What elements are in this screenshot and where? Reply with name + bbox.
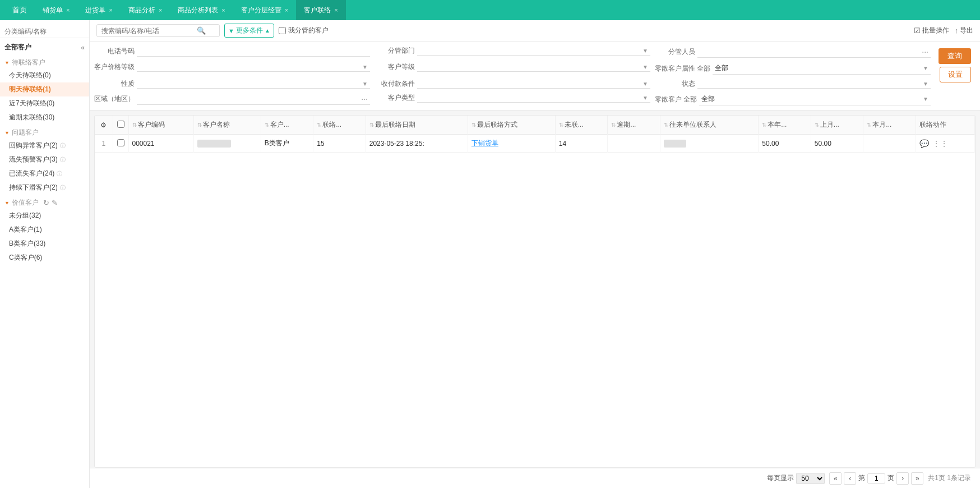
th-contact-person[interactable]: ⇅往来单位联系人: [660, 116, 759, 135]
filter-customer-level-select[interactable]: ▼: [417, 63, 650, 72]
th-this-month[interactable]: ⇅本月...: [863, 116, 916, 135]
search-icon[interactable]: 🔍: [197, 26, 206, 35]
sidebar-item-class-b[interactable]: B类客户(33): [0, 237, 89, 251]
close-product-analysis-icon[interactable]: ×: [159, 7, 162, 13]
triangle-icon: ▼: [4, 60, 10, 66]
all-customers-header[interactable]: 全部客户 «: [0, 40, 89, 54]
th-this-year[interactable]: ⇅本年...: [759, 116, 811, 135]
name-blur: [197, 140, 231, 148]
table-row: 1 000021 B类客户 15 2023-05-23 18:25: 下销货单 …: [95, 135, 975, 153]
sidebar-item-today-pending[interactable]: 今天待联络(0): [0, 68, 89, 82]
filter-payment-terms-select[interactable]: ▼: [417, 80, 650, 89]
nav-purchase[interactable]: 进货单 ×: [77, 0, 120, 20]
triangle-icon2: ▼: [4, 130, 10, 136]
th-type[interactable]: ⇅客户...: [261, 116, 313, 135]
filter-phone-input[interactable]: [137, 46, 370, 57]
row-checkbox-cell[interactable]: [113, 135, 128, 153]
th-last-month[interactable]: ⇅上月...: [811, 116, 863, 135]
th-last-contact-method[interactable]: ⇅最后联络方式: [468, 116, 555, 135]
th-gear[interactable]: ⚙: [95, 116, 113, 135]
th-checkbox[interactable]: [113, 116, 128, 135]
nav-product-analysis[interactable]: 商品分析 ×: [121, 0, 170, 20]
query-btn[interactable]: 查询: [939, 48, 971, 64]
sidebar-item-churned[interactable]: 已流失客户(24) ⓘ: [0, 167, 89, 181]
action-more-icon[interactable]: ⋮⋮: [932, 139, 948, 148]
page-input[interactable]: [867, 473, 885, 484]
action-comment-icon[interactable]: 💬: [919, 139, 929, 148]
filter-person-select[interactable]: ···: [697, 46, 931, 58]
filter-retail-customer-select[interactable]: 全部 ▼: [699, 93, 931, 105]
sidebar-item-churn-warning[interactable]: 流失预警客户(3) ⓘ: [0, 153, 89, 167]
my-customers-wrap[interactable]: 我分管的客户: [279, 26, 329, 35]
settings-btn[interactable]: 设置: [940, 67, 971, 82]
filter-dept-select[interactable]: ▼: [417, 47, 650, 56]
nav-customer-contact[interactable]: 客户联络 ×: [296, 0, 345, 20]
more-conditions-btn[interactable]: ▼ 更多条件 ▲: [224, 24, 274, 38]
row-uncontacted: 14: [555, 135, 608, 153]
nav-customer-tier[interactable]: 客户分层经营 ×: [233, 0, 296, 20]
export-btn[interactable]: ↑ 导出: [955, 26, 974, 35]
sidebar-item-tomorrow-pending[interactable]: 明天待联络(1): [0, 82, 89, 96]
th-code[interactable]: ⇅客户编码: [128, 116, 193, 135]
row-last-contact-method[interactable]: 下销货单: [468, 135, 555, 153]
filter-nature-label: 性质: [94, 79, 135, 89]
th-uncontacted[interactable]: ⇅未联...: [555, 116, 608, 135]
close-purchase-icon[interactable]: ×: [109, 7, 112, 13]
sidebar-item-declining[interactable]: 持续下滑客户(2) ⓘ: [0, 181, 89, 195]
batch-op-btn[interactable]: ☑ 批量操作: [914, 26, 949, 35]
row-name: [193, 135, 261, 153]
sidebar-item-class-a[interactable]: A类客户(1): [0, 223, 89, 237]
page-label: 第: [858, 473, 865, 483]
row-checkbox[interactable]: [117, 139, 124, 146]
filter-price-level-select[interactable]: ▼: [137, 63, 370, 72]
sidebar-search-input[interactable]: [4, 27, 89, 35]
next-page-btn[interactable]: ›: [896, 472, 909, 485]
pagination-btns: « ‹ 第 页 › »: [829, 472, 923, 485]
close-customer-contact-icon[interactable]: ×: [334, 7, 338, 13]
sidebar-item-ungrouped[interactable]: 未分组(32): [0, 209, 89, 223]
collapse-icon[interactable]: «: [81, 44, 85, 52]
first-page-btn[interactable]: «: [829, 472, 842, 485]
row-code: 000021: [128, 135, 193, 153]
sidebar-item-7days-pending[interactable]: 近7天待联络(0): [0, 96, 89, 111]
close-product-analysis-list-icon[interactable]: ×: [221, 7, 225, 13]
chevron-down-icon9: ▼: [923, 96, 928, 102]
close-sales-icon[interactable]: ×: [66, 7, 70, 13]
th-name[interactable]: ⇅客户名称: [193, 116, 261, 135]
sidebar-item-repurchase-abnormal[interactable]: 回购异常客户(2) ⓘ: [0, 139, 89, 153]
th-overdue[interactable]: ⇅逾期...: [608, 116, 660, 135]
refresh-icon[interactable]: ↻: [43, 199, 49, 207]
per-page-dropdown[interactable]: 10 20 50 100: [796, 473, 825, 484]
th-contact-count[interactable]: ⇅联络...: [313, 116, 366, 135]
info-icon2: ⓘ: [60, 156, 66, 164]
row-overdue: [608, 135, 660, 153]
filter-customer-level-label: 客户等级: [375, 62, 415, 72]
filter-customer-type-select[interactable]: ▼: [417, 94, 650, 103]
filter-status-select[interactable]: ▼: [697, 80, 931, 89]
filter-customer-type-label: 客户类型: [375, 93, 415, 103]
nav-product-analysis-list[interactable]: 商品分析列表 ×: [170, 0, 233, 20]
close-customer-tier-icon[interactable]: ×: [285, 7, 288, 13]
filter-retail-customer-label: 零散客户 全部: [655, 95, 697, 104]
filter-price-level: 客户价格等级 ▼: [94, 62, 370, 72]
last-contact-method-link[interactable]: 下销货单: [471, 139, 498, 147]
row-type: B类客户: [261, 135, 313, 153]
nav-sales[interactable]: 销货单 ×: [35, 0, 77, 20]
filter-retail-attr-value: 全部: [715, 63, 728, 73]
select-all-checkbox[interactable]: [117, 121, 124, 128]
nav-home[interactable]: 首页: [4, 0, 35, 20]
filter-payment-terms: 收付款条件 ▼: [375, 79, 650, 89]
th-last-contact-date[interactable]: ⇅最后联络日期: [366, 116, 468, 135]
filter-nature-select[interactable]: ▼: [137, 80, 370, 89]
sidebar-item-class-c[interactable]: C类客户(6): [0, 251, 89, 265]
search-input[interactable]: [101, 27, 197, 35]
filter-retail-attr-select[interactable]: 全部 ▼: [713, 62, 931, 75]
my-customers-checkbox[interactable]: [279, 27, 286, 34]
row-this-year: 50.00: [759, 135, 811, 153]
sidebar-item-overdue-pending[interactable]: 逾期未联络(30): [0, 111, 89, 125]
prev-page-btn[interactable]: ‹: [844, 472, 856, 485]
last-page-btn[interactable]: »: [911, 472, 923, 485]
filter-region-select[interactable]: ···: [137, 93, 370, 105]
edit-icon[interactable]: ✎: [52, 199, 58, 207]
chevron-down-icon3: ▼: [642, 64, 648, 70]
